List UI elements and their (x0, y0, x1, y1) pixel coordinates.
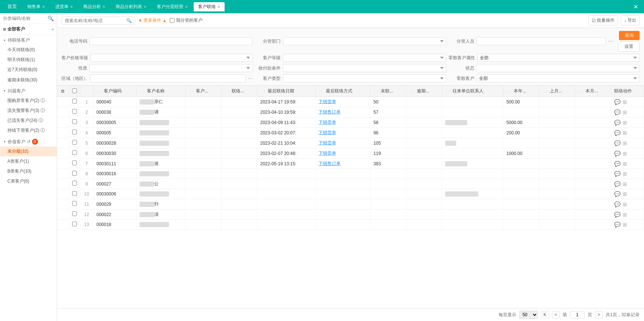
col-last-date-header[interactable]: 最后联络日期 (257, 86, 315, 97)
type-sort[interactable]: 客户... (189, 88, 218, 94)
region-dots-icon[interactable]: ··· (248, 75, 253, 81)
scatter-attr-select[interactable]: 全部 (477, 54, 640, 62)
grid-action-icon[interactable]: ⊞ (623, 161, 627, 167)
last-method-sort[interactable]: 最后联络方式 (319, 88, 367, 94)
col-code-header[interactable]: 客户编码 (94, 86, 137, 97)
my-customers-checkbox[interactable] (170, 18, 175, 23)
group-value-header[interactable]: ▼ 价值客户 ↺ R (0, 137, 57, 147)
group-problem-header[interactable]: ▼ 问题客户 (0, 87, 57, 96)
dots-icon[interactable]: ··· (608, 38, 613, 44)
grid-action-icon[interactable]: ⊞ (623, 171, 627, 177)
search-input[interactable] (65, 18, 125, 23)
refresh-icon[interactable]: ↺ (27, 139, 31, 144)
close-icon[interactable]: ✕ (217, 5, 220, 9)
scatter-select[interactable]: 全部 (476, 74, 640, 82)
row-checkbox[interactable] (72, 119, 77, 124)
overdue-sort[interactable]: 逾期... (409, 88, 439, 94)
name-sort[interactable]: 客户名称 (140, 88, 182, 94)
chat-icon[interactable]: 💬 (614, 161, 620, 167)
chat-icon[interactable]: 💬 (614, 140, 620, 146)
batch-op-button[interactable]: ☑ 批量操作 (588, 15, 618, 25)
no-contact-sort[interactable]: 未联... (373, 88, 403, 94)
sidebar-search-input[interactable] (3, 16, 46, 21)
nav-tab-purchase[interactable]: 进货单 ✕ (51, 2, 77, 11)
sidebar-item-today[interactable]: 今天待联络(0) (0, 45, 57, 55)
search-icon[interactable]: 🔍 (47, 15, 54, 21)
nav-tab-customer-contact[interactable]: 客户联络 ✕ (194, 2, 225, 11)
this-month-sort[interactable]: 本月... (578, 88, 608, 94)
col-settings-header[interactable]: ⚙ (57, 86, 69, 97)
chat-icon[interactable]: 💬 (614, 120, 620, 126)
payment-select[interactable] (283, 64, 446, 72)
settings-gear-icon[interactable]: ⚙ (61, 89, 65, 94)
customer-level-select[interactable] (283, 54, 446, 62)
sidebar-item-churned[interactable]: 已流失客户(24) ⓘ (0, 116, 57, 126)
export-button[interactable]: ↓ 导出 (621, 15, 640, 25)
col-name-header[interactable]: 客户名称 (136, 86, 185, 97)
nav-tab-customer-mgmt[interactable]: 客户分层经营 ✕ (152, 2, 192, 11)
first-page-button[interactable]: K (541, 311, 549, 318)
collapse-icon[interactable]: « (52, 27, 54, 31)
row-checkbox[interactable] (72, 99, 77, 103)
close-icon[interactable]: ✕ (144, 5, 147, 9)
sidebar-item-ungroup[interactable]: 未分组(32) (0, 147, 57, 156)
sidebar-item-class-b[interactable]: B类客户(33) (0, 166, 57, 176)
sidebar-item-class-a[interactable]: A类客户(1) (0, 156, 57, 166)
chat-icon[interactable]: 💬 (614, 171, 620, 177)
close-icon[interactable]: ✕ (102, 5, 105, 9)
sidebar-item-churn-warning[interactable]: 流失预警客户(3) ⓘ (0, 106, 57, 116)
last-month-sort[interactable]: 上月... (542, 88, 572, 94)
sidebar-item-tomorrow[interactable]: 明天待联络(1) (0, 55, 57, 65)
grid-action-icon[interactable]: ⊞ (623, 212, 627, 218)
chat-icon[interactable]: 💬 (614, 212, 620, 218)
sidebar-item-declining[interactable]: 持续下滑客户(2) ⓘ (0, 126, 57, 135)
contact-method-link[interactable]: 下销货单 (319, 151, 336, 156)
window-close-button[interactable]: ✕ (630, 2, 641, 12)
contact-method-link[interactable]: 下销货单 (319, 120, 336, 125)
grid-action-icon[interactable]: ⊞ (623, 120, 627, 126)
grid-action-icon[interactable]: ⊞ (623, 130, 627, 136)
contact-method-link[interactable]: 下销售订单 (319, 109, 341, 114)
col-contact-header[interactable]: 联络... (221, 86, 257, 97)
nav-home[interactable]: 首页 (3, 2, 21, 11)
dept-select[interactable] (283, 37, 446, 45)
close-icon[interactable]: ✕ (185, 5, 188, 9)
select-all-checkbox[interactable] (72, 88, 77, 93)
per-page-select[interactable]: 50 100 200 (519, 311, 538, 319)
row-checkbox[interactable] (72, 140, 77, 145)
grid-action-icon[interactable]: ⊞ (623, 109, 627, 115)
grid-action-icon[interactable]: ⊞ (623, 222, 627, 227)
col-this-month-header[interactable]: 本月... (575, 86, 611, 97)
this-year-sort[interactable]: 本年... (506, 88, 536, 94)
chat-icon[interactable]: 💬 (614, 222, 620, 227)
contact-method-link[interactable]: 下销货单 (319, 99, 336, 104)
more-conditions-btn[interactable]: ▼ 更多条件 ▲ (138, 17, 167, 24)
all-customers-header[interactable]: ⊞ 全部客户 « (0, 24, 57, 35)
row-checkbox[interactable] (72, 171, 77, 176)
customer-type-select[interactable] (283, 74, 446, 82)
search-icon[interactable]: 🔍 (126, 18, 132, 23)
grid-action-icon[interactable]: ⊞ (623, 151, 627, 156)
col-last-month-header[interactable]: 上月... (539, 86, 575, 97)
chat-icon[interactable]: 💬 (614, 151, 620, 156)
col-check-header[interactable] (69, 86, 80, 97)
query-button[interactable]: 查询 (619, 31, 640, 40)
col-no-contact-header[interactable]: 未联... (370, 86, 406, 97)
col-last-method-header[interactable]: 最后联络方式 (315, 86, 370, 97)
row-checkbox[interactable] (72, 181, 77, 186)
nav-tab-product-analysis[interactable]: 商品分析 ✕ (79, 2, 110, 11)
sidebar-item-abnormal[interactable]: 囤购异常客户(2) ⓘ (0, 96, 57, 106)
reset-button[interactable]: 设置 (618, 42, 640, 52)
manager-input[interactable] (476, 37, 606, 45)
last-date-sort[interactable]: 最后联络日期 (260, 88, 312, 94)
col-overdue-header[interactable]: 逾期... (406, 86, 442, 97)
unit-contact-sort[interactable]: 往来单位联系人 (445, 88, 500, 94)
row-checkbox[interactable] (72, 130, 77, 134)
col-unit-contact-header[interactable]: 往来单位联系人 (442, 86, 503, 97)
chat-icon[interactable]: 💬 (614, 109, 620, 115)
prev-page-button[interactable]: < (552, 311, 560, 318)
nature-select[interactable] (89, 64, 253, 72)
status-select[interactable] (476, 64, 640, 72)
region-input[interactable] (90, 74, 246, 82)
row-checkbox[interactable] (72, 222, 77, 226)
